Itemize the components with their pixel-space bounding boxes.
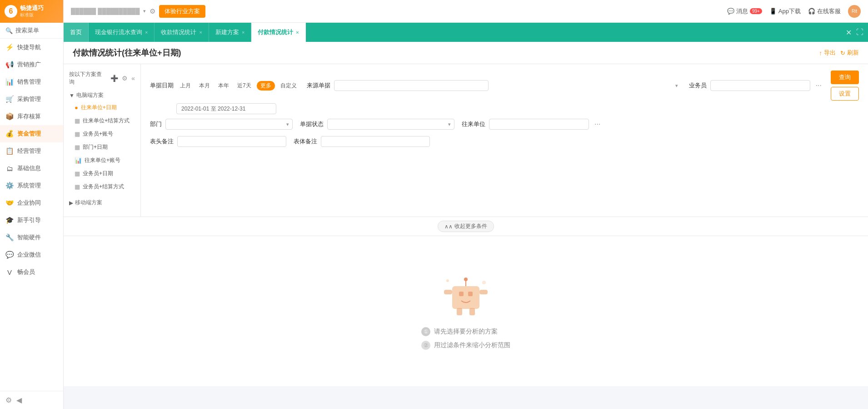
settings-btn[interactable]: 设置 [831,87,859,101]
date-this-year[interactable]: 本年 [215,81,232,91]
online-support-btn[interactable]: 🎧 在线客服 [808,7,841,15]
sidebar-item-purchase[interactable]: 🛒 采购管理 [0,91,63,108]
sidebar-item-operations[interactable]: 📋 经营管理 [0,142,63,160]
sidebar-item-base-info[interactable]: 🗂 基础信息 [0,160,63,177]
export-icon: ↑ [819,50,823,56]
tab-payment-stats-close[interactable]: × [296,30,299,35]
finance-icon: 💰 [5,130,14,138]
tab-new-scheme[interactable]: 新建方案 × [209,23,251,42]
filter-row-2: 部门 单据状态 往来单位 ··· [150,119,859,130]
sidebar-item-marketing[interactable]: 📢 营销推广 [0,56,63,73]
scheme-unit-settle[interactable]: ▦ 往来单位+结算方式 [64,114,140,127]
tab-close-all-icon[interactable]: ✕ [846,28,852,37]
filter-body-remark-field: 表体备注 [294,136,430,147]
counterpart-input[interactable] [489,119,589,130]
scheme-staff-settle[interactable]: ▦ 业务员+结算方式 [64,180,140,193]
hint-num-1: ① [421,327,430,336]
sidebar-subtitle: 标准版 [20,12,44,18]
sidebar-item-wechat[interactable]: 💬 企业微信 [0,246,63,263]
staff-input[interactable] [710,80,810,91]
desktop-group-header[interactable]: ▼ 电脑端方案 [64,90,140,101]
system-icon: ⚙️ [5,182,14,190]
scheme-unit-account[interactable]: 📊 往来单位+账号 [64,154,140,167]
trial-btn[interactable]: 体验行业方案 [159,5,205,18]
tab-new-scheme-close[interactable]: × [242,30,244,35]
filter-row-3: 表头备注 表体备注 [150,136,859,147]
app-download-btn[interactable]: 📱 App下载 [769,7,801,15]
sidebar-item-enterprise[interactable]: 🤝 企业协同 [0,194,63,212]
topbar-gear-icon[interactable]: ⚙ [150,7,155,15]
body-remark-label: 表体备注 [294,137,317,146]
date-range-row: 2022-01-01 至 2022-12-31 [150,103,859,114]
nav-item-label: 企业协同 [17,199,41,207]
desktop-scheme-group: ▼ 电脑端方案 ● 往来单位+日期 ▦ 往来单位+结算方式 ▦ 业务员+账号 [64,90,140,197]
sidebar-item-hardware[interactable]: 🔧 智能硬件 [0,229,63,246]
staff-label: 业务员 [689,81,707,90]
filter-header-remark-field: 表头备注 [150,136,286,147]
account-name: ██████ ██████████ [71,8,140,15]
settings-footer-icon[interactable]: ⚙ [5,396,12,404]
scheme-unit-date[interactable]: ● 往来单位+日期 [64,101,140,114]
sidebar-search[interactable]: 🔍 搜索菜单 [0,23,63,39]
topbar-right: 💬 消息 99+ 📱 App下载 🎧 在线客服 Rit [727,5,861,18]
sidebar-item-guide[interactable]: 🎓 新手引导 [0,212,63,229]
tab-receipts[interactable]: 收款情况统计 × [155,23,209,42]
collapse-btn[interactable]: ∧∧ 收起更多条件 [438,221,494,232]
date-7days[interactable]: 近7天 [234,81,254,91]
tab-fullscreen-icon[interactable]: ⛶ [856,28,863,36]
date-more[interactable]: 更多 [257,81,275,91]
scheme-dept-date[interactable]: ▦ 部门+日期 [64,141,140,154]
operations-icon: 📋 [5,147,14,155]
sidebar-item-member[interactable]: V 畅会员 [0,263,63,281]
scheme-collapse-icon[interactable]: « [131,75,135,82]
sidebar-item-system[interactable]: ⚙️ 系统管理 [0,177,63,194]
sidebar-item-finance[interactable]: 💰 资金管理 [0,125,63,142]
scheme-staff-account[interactable]: ▦ 业务员+账号 [64,127,140,141]
body-remark-input[interactable] [321,136,430,147]
nav-item-label: 畅会员 [17,268,35,276]
empty-state: ① 请先选择要分析的方案 ② 用过滤条件来缩小分析范围 [64,236,868,386]
scheme-add-icon[interactable]: ➕ [110,75,118,82]
collapse-sidebar-icon[interactable]: ◀ [16,396,22,404]
mobile-group-header[interactable]: ▶ 移动端方案 [64,197,140,208]
search-icon: 🔍 [5,27,13,34]
date-options: 上月 本月 本年 近7天 更多 自定义 [177,81,299,91]
messages-btn[interactable]: 💬 消息 99+ [727,7,762,15]
scheme-unit-date-label: 往来单位+日期 [81,104,117,111]
source-select[interactable] [334,80,489,91]
header-remark-input[interactable] [177,136,286,147]
sidebar-item-inventory[interactable]: 📦 库存核算 [0,108,63,125]
scheme-dept-date-label: 部门+日期 [83,143,108,151]
sidebar: 6 畅捷通巧 标准版 🔍 搜索菜单 ⚡ 快捷导航 📢 营销推广 📊 销售管理 🛒… [0,0,64,409]
date-last-month[interactable]: 上月 [177,81,194,91]
tab-home[interactable]: 首页 [64,23,89,42]
mobile-scheme-group: ▶ 移动端方案 [64,197,140,212]
scheme-unit-date-icon: ● [75,104,78,111]
tab-payment-stats[interactable]: 付款情况统计 × [251,23,305,42]
query-btn[interactable]: 查询 [831,71,859,84]
empty-svg [439,273,493,318]
dept-select[interactable] [165,119,293,130]
staff-dots[interactable]: ··· [814,81,823,90]
doc-status-select[interactable] [327,119,454,130]
tab-receipts-close[interactable]: × [199,30,202,35]
counterpart-dots[interactable]: ··· [593,120,602,128]
main-area: ██████ ██████████ ▾ ⚙ 体验行业方案 💬 消息 99+ 📱 … [64,0,868,409]
base-info-icon: 🗂 [5,164,14,172]
user-avatar[interactable]: Rit [848,5,861,18]
refresh-btn[interactable]: ↻ 刷新 [840,49,859,57]
date-range-input[interactable]: 2022-01-01 至 2022-12-31 [176,103,276,114]
date-this-month[interactable]: 本月 [196,81,213,91]
account-dropdown-icon[interactable]: ▾ [143,8,146,14]
nav-item-label: 采购管理 [17,95,41,103]
scheme-settings-icon[interactable]: ⚙ [122,75,128,82]
inventory-icon: 📦 [5,112,14,121]
sidebar-item-sales[interactable]: 📊 销售管理 [0,73,63,91]
export-btn[interactable]: ↑ 导出 [819,49,836,57]
date-custom[interactable]: 自定义 [278,81,299,91]
tab-bank-flow[interactable]: 现金银行流水查询 × [89,23,155,42]
tab-bank-flow-close[interactable]: × [145,30,148,35]
sidebar-item-quick-nav[interactable]: ⚡ 快捷导航 [0,39,63,56]
tab-receipts-label: 收款情况统计 [161,28,196,36]
scheme-staff-date[interactable]: ▦ 业务员+日期 [64,167,140,180]
